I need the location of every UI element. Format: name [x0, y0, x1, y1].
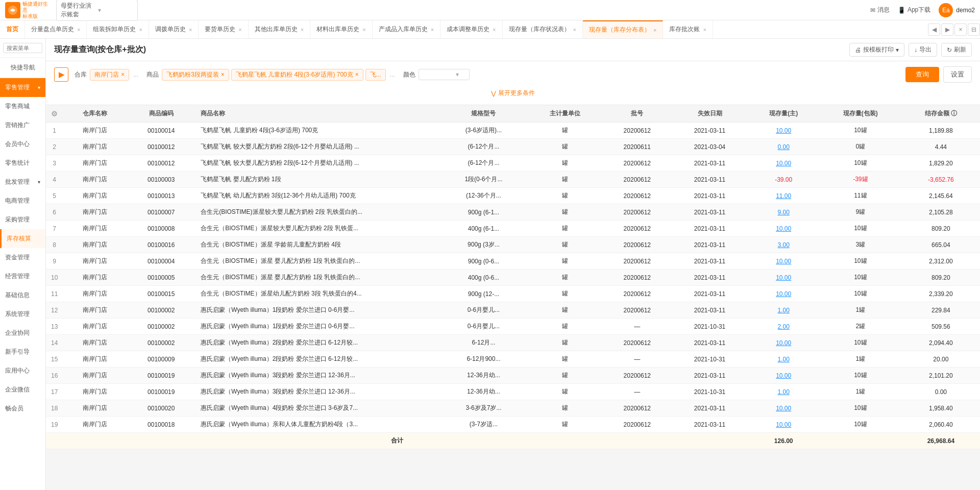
- table-row: 1 南岸门店 00100014 飞鹤星飞帆 儿童奶粉 4段(3-6岁适用) 70…: [46, 122, 980, 139]
- tab-assembly[interactable]: 组装拆卸单历史 ×: [87, 20, 149, 39]
- menu-item-inventory[interactable]: 库存核算: [0, 229, 45, 248]
- tab-material-out[interactable]: 材料出库单历史 ×: [310, 20, 372, 39]
- settings-btn[interactable]: 设置: [943, 66, 972, 83]
- menu-item-retail-mgmt[interactable]: 零售管理 ▾: [0, 78, 45, 97]
- tab-product-in[interactable]: 产成品入库单历史 ×: [373, 20, 440, 39]
- color-dropdown-arrow: ▾: [456, 71, 459, 78]
- menu-item-enterprise[interactable]: 企业协同: [0, 324, 45, 342]
- filter-expand-btn[interactable]: ▶: [54, 67, 68, 82]
- tab-transfer[interactable]: 调拨单历史 ×: [149, 20, 199, 39]
- cell-spec: (3-7岁适...: [439, 416, 528, 433]
- menu-item-system[interactable]: 系统管理: [0, 305, 45, 324]
- cell-expire: 2021-03-11: [672, 122, 748, 139]
- tab-out-other[interactable]: 其他出库单历史 ×: [249, 20, 310, 39]
- message-btn[interactable]: ✉ 消息: [870, 6, 890, 14]
- cell-num: 11: [46, 286, 63, 302]
- menu-item-member[interactable]: 会员中心: [0, 135, 45, 154]
- menu-item-ecommerce[interactable]: 电商管理: [0, 191, 45, 210]
- tab-close[interactable]: ×: [573, 27, 576, 33]
- nav-prev-btn[interactable]: ◀: [928, 23, 940, 36]
- cell-name: 惠氏启蒙（Wyeth illuma）3段奶粉 爱尔兰进口 12-36月...: [195, 384, 439, 400]
- cell-name: 惠氏启蒙（Wyeth illuma）1段奶粉 爱尔兰进口 0-6月婴...: [195, 302, 439, 318]
- cell-batch: 20200612: [603, 122, 672, 139]
- logo-text: 畅捷通好生意 标准版: [22, 1, 51, 19]
- menu-item-finance[interactable]: 资金管理: [0, 248, 45, 267]
- menu-item-guide[interactable]: 新手引导: [0, 342, 45, 361]
- tab-close[interactable]: ×: [653, 27, 656, 33]
- tab-close[interactable]: ×: [431, 27, 434, 33]
- cell-code: 00100013: [127, 188, 195, 204]
- menu-item-basic-info[interactable]: 基础信息: [0, 286, 45, 305]
- logo-icon: [5, 2, 20, 18]
- menu-item-marketing[interactable]: 营销推广: [0, 116, 45, 135]
- cell-num: 10: [46, 270, 63, 286]
- cell-num: 18: [46, 400, 63, 416]
- nav-menu-btn[interactable]: ⊟: [968, 23, 980, 36]
- cell-code: 00100005: [127, 270, 195, 286]
- cell-name: 惠氏启蒙（Wyeth illuma）亲和人体儿童配方奶粉4段（3...: [195, 416, 439, 433]
- tab-close[interactable]: ×: [362, 27, 365, 33]
- cell-batch: —: [603, 351, 672, 368]
- menu-item-operations[interactable]: 经营管理: [0, 267, 45, 286]
- tab-close[interactable]: ×: [189, 27, 192, 33]
- product-tag-2-close[interactable]: ×: [355, 71, 359, 78]
- refresh-btn[interactable]: ↻ 刷新: [941, 43, 972, 57]
- tab-close[interactable]: ×: [493, 27, 496, 33]
- tab-cost-adjust[interactable]: 成本调整单历史 ×: [440, 20, 502, 39]
- org-selector[interactable]: 母婴行业演示账套 ▾: [56, 0, 138, 21]
- tab-close[interactable]: ×: [703, 27, 706, 33]
- warehouse-more[interactable]: ...: [131, 71, 140, 78]
- cell-expire: 2021-03-11: [672, 286, 748, 302]
- filter-row: ▶ 合库 南岸门店 × ... 商品: [54, 66, 972, 83]
- product-tag-1-close[interactable]: ×: [221, 71, 225, 78]
- cell-batch: 20200612: [603, 368, 672, 384]
- menu-item-member2[interactable]: 畅会员: [0, 399, 45, 418]
- tab-close[interactable]: ×: [301, 27, 304, 33]
- tab-stock-status[interactable]: 现存量（库存状况表） ×: [503, 20, 583, 39]
- menu-item-wechat[interactable]: 企业微信: [0, 380, 45, 399]
- cell-unit: 罐: [528, 188, 603, 204]
- query-btn[interactable]: 查询: [905, 67, 939, 82]
- app-download-btn[interactable]: 📱 App下载: [898, 6, 930, 14]
- tab-close[interactable]: ×: [238, 27, 241, 33]
- cell-spec: 6-12月900...: [439, 351, 528, 368]
- cell-spec: 3-6岁及7岁...: [439, 400, 528, 416]
- cell-expire: 2021-03-11: [672, 155, 748, 172]
- menu-item-retail-stats[interactable]: 零售统计: [0, 154, 45, 173]
- tab-batch-account[interactable]: 库存批次账 ×: [663, 20, 713, 39]
- tab-order[interactable]: 要货单历史 ×: [199, 20, 248, 39]
- tab-home[interactable]: 首页: [0, 20, 25, 39]
- tab-close[interactable]: ×: [77, 27, 80, 33]
- tab-inventory-split[interactable]: 分量盘点单历史 ×: [25, 20, 87, 39]
- cell-qty-pkg: 10罐: [819, 335, 902, 351]
- menu-item-wholesale[interactable]: 批发管理 ▾: [0, 173, 45, 191]
- layout: 快捷导航 零售管理 ▾ 零售商城 营销推广 会员中心 零售统计 批发管理 ▾ 电…: [0, 39, 980, 490]
- sidebar: 快捷导航 零售管理 ▾ 零售商城 营销推广 会员中心 零售统计 批发管理 ▾ 电…: [0, 39, 46, 490]
- nav-next-btn[interactable]: ▶: [941, 23, 953, 36]
- tab-stock-dist[interactable]: 现存量（库存分布表） ×: [583, 20, 663, 39]
- cell-code: 00100019: [127, 384, 195, 400]
- warehouse-tag-close[interactable]: ×: [121, 71, 125, 78]
- print-btn[interactable]: 🖨 按模板打印 ▾: [849, 43, 904, 57]
- cell-spec: (6-12个月...: [439, 139, 528, 155]
- cell-warehouse: 南岸门店: [63, 155, 127, 172]
- search-input[interactable]: [3, 43, 42, 53]
- menu-item-retail-mall[interactable]: 零售商城: [0, 97, 45, 116]
- nav-close-btn[interactable]: ×: [954, 23, 967, 36]
- cell-num: 1: [46, 122, 63, 139]
- menu-item-purchase[interactable]: 采购管理: [0, 210, 45, 229]
- quick-nav-item[interactable]: 快捷导航: [4, 61, 41, 75]
- cell-batch: —: [603, 318, 672, 335]
- cell-unit: 罐: [528, 400, 603, 416]
- user-info[interactable]: Ea demo2: [939, 3, 975, 17]
- tab-close[interactable]: ×: [139, 27, 142, 33]
- menu-item-app-center[interactable]: 应用中心: [0, 361, 45, 380]
- export-btn[interactable]: ↓ 导出: [909, 43, 937, 57]
- cell-name: 惠氏启蒙（Wyeth illuma）1段奶粉 爱尔兰进口 0-6月婴...: [195, 318, 439, 335]
- th-qty-pkg: 现存量(包装): [819, 105, 902, 122]
- settings-icon[interactable]: ⚙: [51, 110, 58, 118]
- cell-num: 15: [46, 351, 63, 368]
- expand-more-btn[interactable]: ⋁ 展开更多条件: [491, 87, 535, 100]
- color-dropdown[interactable]: ▾: [419, 69, 470, 80]
- product-more[interactable]: ...: [388, 71, 397, 78]
